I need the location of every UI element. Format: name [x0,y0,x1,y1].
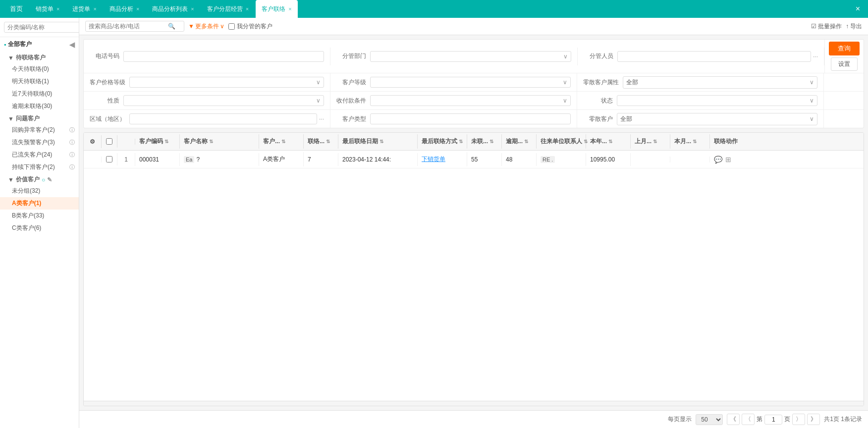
all-customers-header[interactable]: ▪ 全部客户 ◀ [0,37,79,52]
page-suffix: 页 [784,415,790,424]
info-icon-2[interactable]: ⓘ [69,139,75,146]
table-scroll[interactable] [84,401,864,406]
nav-purchase-close[interactable]: × [93,6,96,12]
nav-purchase[interactable]: 进货单 × [66,0,102,18]
td-last-method[interactable]: 下销货单 [418,152,467,166]
info-icon-1[interactable]: ⓘ [69,126,75,134]
sidebar-item-a-class[interactable]: A类客户(1) [0,197,79,210]
row-checkbox[interactable] [106,156,112,162]
sidebar-search-input[interactable] [4,22,79,33]
collapse-icon: ▪ [4,41,6,48]
close-all-tabs[interactable]: × [852,4,864,13]
nav-contact-close[interactable]: × [288,6,291,12]
nav-customer-mgmt-close[interactable]: × [246,6,249,12]
sidebar-item-tomorrow[interactable]: 明天待联络(1) [0,75,79,88]
settings-button[interactable]: 设置 [831,57,858,71]
page-next-btn[interactable]: 〉 [792,414,805,425]
filter-cell-dept: 分管部门 ∨ [330,48,577,65]
per-page-select[interactable]: 50 100 200 [696,414,723,425]
th-company[interactable]: 往来单位联系人 ⇅ [537,134,586,149]
sidebar-item-lost-warn[interactable]: 流失预警客户(3) ⓘ [0,136,79,149]
sidebar-item-b-class[interactable]: B类客户(33) [0,210,79,222]
nature-select[interactable]: ∨ [123,95,324,106]
sidebar-item-ungroup[interactable]: 未分组(32) [0,185,79,197]
payment-select[interactable]: ∨ [370,95,571,106]
nav-product-list[interactable]: 商品分析列表 × [146,0,200,18]
sidebar-item-lost[interactable]: 已流失客户(24) ⓘ [0,149,79,161]
pagination-bar: 每页显示 50 100 200 《 〈 第 页 〉 》 共1页 1条记录 [79,410,868,428]
export-icon: ↑ [846,23,849,30]
nav-customer-contact[interactable]: 客户联络 × [256,0,297,18]
retail-select[interactable]: 全部 ∨ [617,113,817,125]
page-first-btn[interactable]: 《 [727,414,740,425]
cust-type-input[interactable] [370,113,571,124]
th-this-month[interactable]: 本月... ⇅ [670,134,710,149]
nav-customer-mgmt[interactable]: 客户分层经营 × [201,0,255,18]
th-contact[interactable]: 联络... ⇅ [304,134,338,149]
phone-input[interactable] [123,51,324,62]
filter-search-icon[interactable]: 🔍 [168,23,175,30]
problem-customers-group: ▼ 问题客户 [0,112,79,124]
th-settings[interactable]: ⚙ [84,135,102,148]
td-this-year: 10995.00 [586,153,631,166]
filter-more-btn[interactable]: ▼ 更多条件 ∨ [188,22,224,31]
sidebar-item-7days[interactable]: 近7天待联络(0) [0,88,79,100]
th-code[interactable]: 客户编码 ⇅ [135,134,180,149]
cust-type-label: 客户类型 [336,115,366,123]
person-dots[interactable]: ··· [813,53,818,60]
batch-op-btn[interactable]: ☑ 批量操作 [811,22,842,31]
sidebar-item-abnormal[interactable]: 回购异常客户(2) ⓘ [0,124,79,136]
region-dots[interactable]: ··· [319,115,324,122]
page-prev-btn[interactable]: 〈 [742,414,755,425]
my-customers-checkbox[interactable] [228,23,235,30]
sidebar-collapse-btn[interactable]: ◀ [69,41,75,49]
sidebar-item-declining[interactable]: 持续下滑客户(2) ⓘ [0,161,79,173]
sidebar-item-overdue[interactable]: 逾期未联络(30) [0,100,79,112]
th-cust-type[interactable]: 客户... ⇅ [259,134,304,149]
export-btn[interactable]: ↑ 导出 [846,22,862,31]
th-overdue[interactable]: 逾期... ⇅ [502,134,537,149]
edit-value-group[interactable]: ✎ [47,176,52,183]
th-name[interactable]: 客户名称 ⇅ [180,134,259,149]
last-method-link[interactable]: 下销货单 [422,155,445,163]
add-value-group[interactable]: ○ [42,176,45,183]
nav-sales[interactable]: 销货单 × [30,0,65,18]
th-this-year[interactable]: 本年... ⇅ [586,134,631,149]
sidebar-item-c-class[interactable]: C类客户(6) [0,222,79,234]
nav-home[interactable]: 首页 [4,0,29,18]
th-checkbox[interactable] [102,135,117,148]
td-company: RE . [537,153,586,166]
th-last-method[interactable]: 最后联络方式 ⇅ [418,134,467,149]
th-last-date[interactable]: 最后联络日期 ⇅ [338,134,418,149]
nav-product-analysis[interactable]: 商品分析 × [104,0,145,18]
nav-product-analysis-close[interactable]: × [136,6,139,12]
select-all-checkbox[interactable] [106,138,112,145]
nav-product-list-close[interactable]: × [191,6,194,12]
nav-sales-close[interactable]: × [56,6,59,12]
action-buttons-area: 查询 设置 [824,40,864,73]
td-checkbox[interactable] [102,153,117,165]
filter-cell-phone: 电话号码 [84,48,330,65]
page-last-btn[interactable]: 》 [807,414,820,425]
th-last-month[interactable]: 上月... ⇅ [631,134,670,149]
td-overdue: 48 [502,153,537,166]
cust-level-select[interactable]: ∨ [370,77,571,88]
dept-select[interactable]: ∨ [370,51,571,62]
action-more-icon[interactable]: ⊞ [725,156,731,163]
th-no-contact[interactable]: 未联... ⇅ [467,134,502,149]
region-input[interactable] [129,113,317,124]
price-level-select[interactable]: ∨ [129,77,324,88]
info-icon-4[interactable]: ⓘ [69,163,75,171]
sidebar-item-today[interactable]: 今天待联络(0) [0,63,79,75]
page-input[interactable] [764,415,782,425]
query-button[interactable]: 查询 [829,42,860,55]
action-chat-icon[interactable]: 💬 [714,156,722,163]
filter-cell-region: 区域（地区） ··· [84,110,330,128]
retail-arrow: ∨ [810,115,814,122]
status-select[interactable]: ∨ [617,95,817,106]
filter-search-input[interactable] [89,23,168,30]
info-icon-3[interactable]: ⓘ [69,151,75,159]
retail-attr-select[interactable]: 全部 ∨ [623,76,817,89]
table-header: ⚙ 客户编码 ⇅ 客户名称 ⇅ 客户... ⇅ 联络... ⇅ [84,133,864,151]
person-input[interactable] [617,51,811,62]
